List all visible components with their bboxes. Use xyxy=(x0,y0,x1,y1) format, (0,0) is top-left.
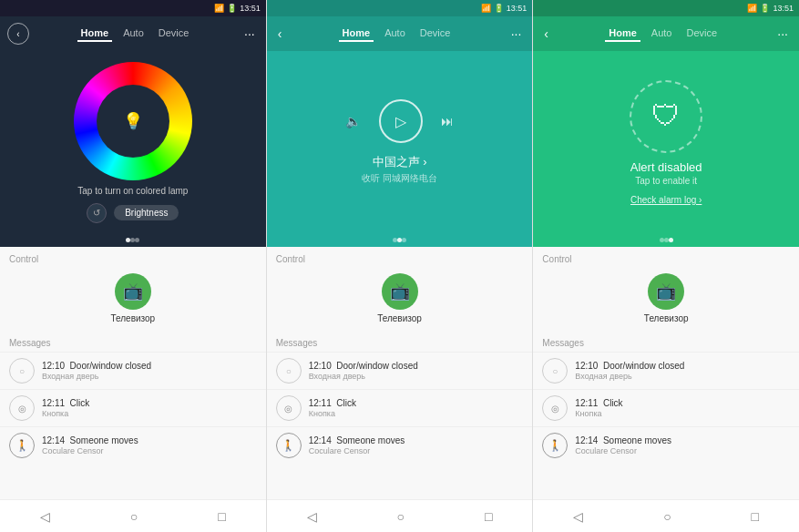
tv-label: Телевизор xyxy=(377,313,422,323)
msg-icon: ◎ xyxy=(542,395,568,421)
control-item: 📺 Телевизор xyxy=(533,268,799,331)
msg-content: 12:10 Door/window closed Входная дверь xyxy=(575,361,790,381)
home-nav-button[interactable]: ○ xyxy=(121,506,147,527)
msg-text: Door/window closed xyxy=(70,361,152,371)
message-item[interactable]: 🚶 12:14 Someone moves Coculare Censor xyxy=(533,426,799,464)
messages-list: ○ 12:10 Door/window closed Входная дверь… xyxy=(267,352,533,467)
dot-2[interactable] xyxy=(402,238,406,242)
tv-icon[interactable]: 📺 xyxy=(382,273,418,310)
screen-2: 📶 🔋 13:51 ‹ HomeAutoDevice··· 🔈 ▷ ⏭ 中国之声… xyxy=(267,0,534,532)
person-icon: 🚶 xyxy=(548,439,562,452)
msg-title: 12:11 Click xyxy=(42,398,257,408)
dot-2[interactable] xyxy=(135,238,139,242)
back-arrow[interactable]: ‹ xyxy=(540,26,552,41)
messages-list: ○ 12:10 Door/window closed Входная дверь… xyxy=(533,352,799,467)
dot-0[interactable] xyxy=(660,238,664,242)
back-nav-button[interactable]: ◁ xyxy=(564,506,592,527)
back-button[interactable]: ‹ xyxy=(7,23,29,45)
back-nav-button[interactable]: ◁ xyxy=(298,506,326,527)
msg-subtitle: Кнопка xyxy=(42,409,257,418)
home-nav-button[interactable]: ○ xyxy=(388,506,414,527)
alert-shield[interactable]: 🛡 xyxy=(630,80,702,153)
more-button[interactable]: ··· xyxy=(507,25,526,43)
msg-icon: ○ xyxy=(276,358,302,384)
content-area: Control 📺 Телевизор Messages ○ 12:10 Doo… xyxy=(267,247,533,499)
more-button[interactable]: ··· xyxy=(773,25,792,43)
nav-bar: ‹ HomeAutoDevice··· xyxy=(0,16,266,51)
brightness-knob[interactable]: ↺ xyxy=(87,203,107,223)
control-section-label: Control xyxy=(0,247,266,268)
message-item[interactable]: ◎ 12:11 Click Кнопка xyxy=(533,389,799,426)
color-wheel[interactable]: 💡 xyxy=(74,62,192,180)
hero-section: 💡 Tap to turn on colored lamp ↺ Brightne… xyxy=(0,51,266,233)
status-time: 13:51 xyxy=(507,4,528,13)
recents-nav-button[interactable]: □ xyxy=(476,506,501,527)
nav-tab-auto[interactable]: Auto xyxy=(381,26,409,42)
music-controls: 🔈 ▷ ⏭ xyxy=(345,99,454,143)
msg-time: 12:10 xyxy=(575,361,598,371)
door-icon: ○ xyxy=(286,366,292,376)
screen-1: 📶 🔋 13:51 ‹ HomeAutoDevice··· 💡 Tap to t… xyxy=(0,0,267,532)
more-button[interactable]: ··· xyxy=(241,25,259,43)
msg-content: 12:14 Someone moves Coculare Censor xyxy=(575,435,790,455)
msg-icon: 🚶 xyxy=(276,433,302,458)
msg-subtitle: Coculare Censor xyxy=(309,446,524,455)
msg-time: 12:11 xyxy=(42,398,65,408)
msg-time: 12:14 xyxy=(575,435,598,445)
message-item[interactable]: 🚶 12:14 Someone moves Coculare Censor xyxy=(267,426,533,464)
dot-1[interactable] xyxy=(664,238,669,242)
content-area: Control 📺 Телевизор Messages ○ 12:10 Doo… xyxy=(533,247,799,499)
skip-icon[interactable]: ⏭ xyxy=(441,114,454,128)
status-bar: 📶 🔋 13:51 xyxy=(267,0,533,16)
dot-2[interactable] xyxy=(669,238,673,242)
tv-icon[interactable]: 📺 xyxy=(648,273,684,310)
message-item[interactable]: ○ 12:10 Door/window closed Входная дверь xyxy=(533,352,799,389)
nav-tab-home[interactable]: Home xyxy=(605,26,640,42)
messages-section-label: Messages xyxy=(0,331,266,352)
back-nav-button[interactable]: ◁ xyxy=(31,506,59,527)
nav-tab-device[interactable]: Device xyxy=(682,26,721,42)
msg-content: 12:11 Click Кнопка xyxy=(309,398,524,418)
recents-nav-button[interactable]: □ xyxy=(743,506,768,527)
person-icon: 🚶 xyxy=(15,439,29,452)
alert-title: Alert disabled xyxy=(630,160,702,174)
back-arrow[interactable]: ‹ xyxy=(274,26,286,41)
bottom-nav: ◁○□ xyxy=(533,499,799,532)
msg-title: 12:11 Click xyxy=(575,398,790,408)
brightness-button[interactable]: Brightness xyxy=(114,205,179,220)
nav-tab-auto[interactable]: Auto xyxy=(119,26,148,42)
nav-tab-home[interactable]: Home xyxy=(339,26,374,42)
recents-nav-button[interactable]: □ xyxy=(209,506,234,527)
status-bar: 📶 🔋 13:51 xyxy=(533,0,799,16)
nav-tab-auto[interactable]: Auto xyxy=(648,26,676,42)
status-time: 13:51 xyxy=(240,4,261,13)
volume-icon[interactable]: 🔈 xyxy=(345,114,361,128)
tv-icon[interactable]: 📺 xyxy=(115,273,151,310)
message-item[interactable]: 🚶 12:14 Someone moves Coculare Censor xyxy=(0,426,266,464)
msg-time: 12:10 xyxy=(309,361,332,371)
nav-tab-home[interactable]: Home xyxy=(77,26,113,42)
play-button[interactable]: ▷ xyxy=(379,99,423,143)
dots-indicator xyxy=(0,233,266,247)
message-item[interactable]: ◎ 12:11 Click Кнопка xyxy=(0,389,266,426)
home-nav-button[interactable]: ○ xyxy=(654,506,680,527)
alert-subtitle: Tap to enable it xyxy=(635,176,697,186)
msg-subtitle: Кнопка xyxy=(309,409,524,418)
message-item[interactable]: ◎ 12:11 Click Кнопка xyxy=(267,389,533,426)
music-title: 中国之声 › xyxy=(373,154,427,170)
nav-tabs: HomeAutoDevice xyxy=(556,26,770,42)
msg-subtitle: Coculare Censor xyxy=(42,446,257,455)
msg-icon: ◎ xyxy=(9,395,35,421)
msg-icon: ○ xyxy=(9,358,35,384)
nav-tab-device[interactable]: Device xyxy=(155,26,193,42)
door-icon: ○ xyxy=(552,366,558,376)
alarm-log-link[interactable]: Check alarm log › xyxy=(630,195,702,205)
click-icon: ◎ xyxy=(284,404,292,414)
msg-time: 12:11 xyxy=(309,398,332,408)
msg-text: Someone moves xyxy=(603,435,671,445)
nav-tab-device[interactable]: Device xyxy=(416,26,455,42)
message-item[interactable]: ○ 12:10 Door/window closed Входная дверь xyxy=(267,352,533,389)
message-item[interactable]: ○ 12:10 Door/window closed Входная дверь xyxy=(0,352,266,389)
msg-text: Door/window closed xyxy=(603,361,685,371)
status-battery-icon: 🔋 xyxy=(494,4,504,13)
